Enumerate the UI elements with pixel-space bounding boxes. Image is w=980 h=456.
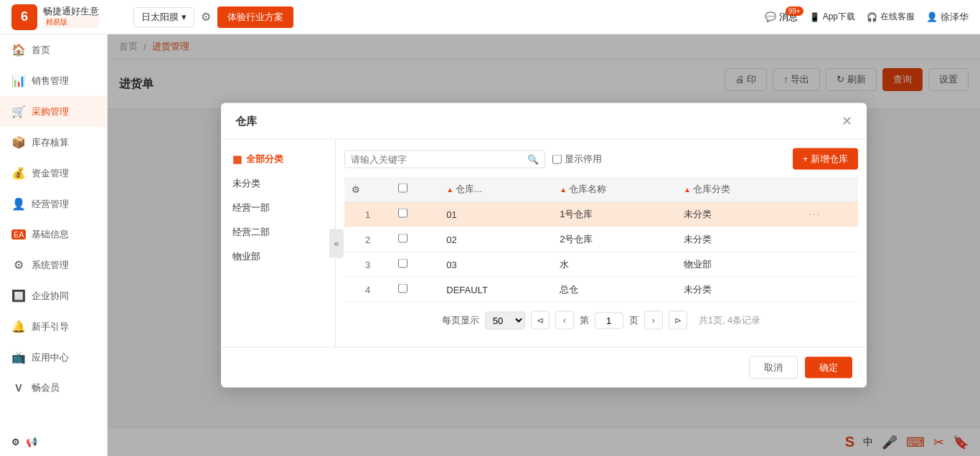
category-ops2[interactable]: 经营二部 xyxy=(221,220,335,244)
category-ops1[interactable]: 经营一部 xyxy=(221,196,335,220)
row-cat-2: 未分类 xyxy=(677,227,801,252)
page-input[interactable] xyxy=(595,312,623,328)
speaker-icon[interactable]: 📢 xyxy=(26,437,37,447)
per-page-select[interactable]: 50 100 200 xyxy=(485,311,525,329)
last-page-button[interactable]: ⊳ xyxy=(669,311,687,330)
row-checkbox-3[interactable] xyxy=(398,259,407,268)
total-info: 共1页, 4条记录 xyxy=(699,314,761,327)
next-page-button[interactable]: › xyxy=(644,311,663,330)
modal-header: 仓库 ✕ xyxy=(221,103,867,140)
row-more-1: ··· xyxy=(801,201,858,227)
sidebar-item-app-center[interactable]: 📺 应用中心 xyxy=(0,342,107,373)
category-unclassified-label: 未分类 xyxy=(232,177,260,190)
online-service-item[interactable]: 🎧 在线客服 xyxy=(867,11,915,23)
table-row: 1 01 1号仓库 未分类 ··· xyxy=(344,201,858,227)
sidebar-label-operations: 经营管理 xyxy=(32,198,69,211)
page-unit: 页 xyxy=(629,314,639,327)
system-icon: ⚙ xyxy=(11,258,26,272)
row-cat-4: 未分类 xyxy=(677,277,801,302)
notification-badge: 99+ xyxy=(786,6,804,16)
finance-icon: 💰 xyxy=(11,166,26,180)
sidebar-label-membership: 畅会员 xyxy=(32,381,60,394)
settings-icon[interactable]: ⚙ xyxy=(194,6,217,29)
search-input[interactable] xyxy=(351,153,527,164)
sidebar-item-basic-info[interactable]: EA 基础信息 xyxy=(0,219,107,250)
row-checkbox-4[interactable] xyxy=(398,284,407,293)
table-toolbar: 🔍 显示停用 + 新增仓库 xyxy=(344,148,858,170)
more-icon-1[interactable]: ··· xyxy=(808,208,821,220)
header-right: 💬 消息 99+ 📱 App下载 🎧 在线客服 👤 徐泽华 xyxy=(765,11,969,24)
modal-footer: 取消 确定 xyxy=(221,347,867,388)
sidebar-item-system[interactable]: ⚙ 系统管理 xyxy=(0,250,107,280)
operations-icon: 👤 xyxy=(11,197,26,211)
confirm-button[interactable]: 确定 xyxy=(805,357,852,379)
row-code-2: 02 xyxy=(439,227,552,252)
sidebar-item-home[interactable]: 🏠 首页 xyxy=(0,34,107,65)
modal-close-button[interactable]: ✕ xyxy=(842,113,852,129)
notification-icon[interactable]: 💬 消息 99+ xyxy=(765,11,798,24)
sidebar-item-finance[interactable]: 💰 资金管理 xyxy=(0,158,107,189)
app-download-label: App下载 xyxy=(823,11,855,23)
sidebar-label-purchase: 采购管理 xyxy=(32,105,69,118)
sidebar-label-home: 首页 xyxy=(32,44,50,57)
sidebar-item-inventory[interactable]: 📦 库存核算 xyxy=(0,127,107,158)
store-selector[interactable]: 日太阳膜 ▾ xyxy=(133,7,194,27)
select-all-checkbox[interactable] xyxy=(398,184,407,193)
settings-bottom-icon[interactable]: ⚙ xyxy=(11,437,20,447)
search-icon[interactable]: 🔍 xyxy=(527,153,539,164)
prev-page-button[interactable]: ‹ xyxy=(555,311,574,330)
sidebar-item-sales[interactable]: 📊 销售管理 xyxy=(0,65,107,96)
sidebar-item-enterprise[interactable]: 🔲 企业协同 xyxy=(0,280,107,311)
row-code-4: DEFAULT xyxy=(439,277,552,302)
panel-toggle-button[interactable]: « xyxy=(329,229,344,257)
category-unclassified[interactable]: 未分类 xyxy=(221,171,335,196)
modal-body: « ▦ 全部分类 未分类 经营一部 经营二部 物业部 xyxy=(221,140,867,347)
category-property[interactable]: 物业部 xyxy=(221,244,335,269)
sidebar-item-guide[interactable]: 🔔 新手引导 xyxy=(0,311,107,342)
add-warehouse-button[interactable]: + 新增仓库 xyxy=(793,148,858,170)
row-name-2: 2号仓库 xyxy=(552,227,677,252)
row-name-4: 总仓 xyxy=(552,277,677,302)
sidebar-item-membership[interactable]: V 畅会员 xyxy=(0,373,107,403)
th-gear: ⚙ xyxy=(344,177,391,202)
online-service-label: 在线客服 xyxy=(880,11,915,23)
pagination-row: 每页显示 50 100 200 ⊲ ‹ 第 页 › ⊳ 共1页, 4条 xyxy=(344,303,858,338)
row-code-3: 03 xyxy=(439,252,552,277)
row-more-3 xyxy=(801,252,858,277)
show-disabled-checkbox[interactable] xyxy=(552,154,562,163)
row-name-1: 1号仓库 xyxy=(552,201,677,227)
grid-icon: ▦ xyxy=(232,153,242,165)
sidebar-item-purchase[interactable]: 🛒 采购管理 xyxy=(0,96,107,127)
row-checkbox-1[interactable] xyxy=(398,209,407,218)
row-gear-1: 1 xyxy=(344,201,391,227)
sidebar-item-operations[interactable]: 👤 经营管理 xyxy=(0,189,107,219)
category-all[interactable]: ▦ 全部分类 xyxy=(221,147,335,171)
first-page-button[interactable]: ⊲ xyxy=(531,311,550,330)
per-page-label: 每页显示 xyxy=(442,314,479,327)
sidebar-label-sales: 销售管理 xyxy=(32,75,69,87)
gear-th-icon: ⚙ xyxy=(352,184,360,194)
row-gear-2: 2 xyxy=(344,227,391,252)
content-area: 首页 / 进货管理 进货单 🖨 印 ↑ 导出 ↻ 刷新 查询 设置 仓库 ✕ xyxy=(108,34,980,456)
enterprise-icon: 🔲 xyxy=(11,289,26,303)
table-head: ⚙ ▲ 仓库... xyxy=(344,177,858,202)
trial-button[interactable]: 体验行业方案 xyxy=(217,6,293,28)
row-gear-3: 3 xyxy=(344,252,391,277)
sidebar-label-enterprise: 企业协同 xyxy=(32,290,69,303)
table-container: ⚙ ▲ 仓库... xyxy=(344,177,858,303)
sort-name-icon: ▲ xyxy=(560,185,567,193)
category-ops2-label: 经营二部 xyxy=(232,226,270,239)
warehouse-modal: 仓库 ✕ « ▦ 全部分类 未分类 经营一部 xyxy=(221,103,867,388)
user-avatar-icon: 👤 xyxy=(926,11,938,22)
user-menu[interactable]: 👤 徐泽华 xyxy=(926,11,969,24)
sort-cat-icon: ▲ xyxy=(684,185,691,193)
main-layout: 🏠 首页 📊 销售管理 🛒 采购管理 📦 库存核算 💰 资金管理 👤 经营管理 … xyxy=(0,34,980,456)
th-actions xyxy=(801,177,858,202)
user-name-label: 徐泽华 xyxy=(941,11,969,24)
page-label: 第 xyxy=(580,314,589,327)
app-download-item[interactable]: 📱 App下载 xyxy=(809,11,855,23)
row-more-4 xyxy=(801,277,858,302)
phone-icon: 📱 xyxy=(809,12,820,22)
cancel-button[interactable]: 取消 xyxy=(749,356,798,379)
row-checkbox-2[interactable] xyxy=(398,234,407,243)
